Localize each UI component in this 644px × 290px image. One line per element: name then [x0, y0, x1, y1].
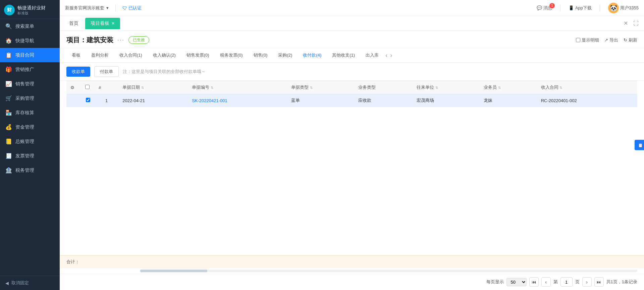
horizontal-scrollbar[interactable] [140, 270, 637, 272]
sidebar-item-inventory[interactable]: 🏪 库存核算 [0, 105, 60, 120]
sidebar-item-marketing[interactable]: 🎁 营销推广 [0, 62, 60, 77]
phone-icon: 📱 [569, 5, 574, 10]
select-all-checkbox[interactable] [85, 85, 90, 89]
sub-tab-income-confirm[interactable]: 收入确认(2) [148, 48, 181, 63]
table-row[interactable]: 1 2022-04-21 SK-20220421-001 蓝单 应收款 宏茂商场… [66, 94, 637, 107]
last-page-btn[interactable]: ⏭ [594, 277, 604, 287]
page-size-label: 每页显示 [486, 279, 504, 285]
sidebar-item-search[interactable]: 🔍 搜索菜单 [0, 19, 60, 33]
shoukuan-btn[interactable]: 收款单 [66, 67, 90, 77]
th-partner[interactable]: 往来单位 ⇅ [413, 81, 480, 94]
sidebar-item-finance[interactable]: 💰 资金管理 [0, 120, 60, 134]
sidebar-item-sales[interactable]: 📈 销售管理 [0, 77, 60, 91]
sidebar-item-invoice[interactable]: 🧾 发票管理 [0, 149, 60, 163]
app-logo-text: 畅捷通好业财 标准版 [17, 5, 46, 15]
sub-tab-sales[interactable]: 销售(0) [248, 48, 273, 63]
row-checkbox[interactable] [86, 98, 90, 102]
verified-badge: 🛡 已认证 [122, 5, 142, 11]
th-num: # [95, 81, 118, 94]
sub-tab-income-contract[interactable]: 收入合同(1) [114, 48, 148, 63]
sub-tabs-next-arrow[interactable]: › [389, 52, 393, 59]
inventory-icon: 🏪 [5, 110, 12, 116]
show-detail-checkbox[interactable]: 显示明细 [576, 37, 599, 43]
export-icon: ↗ [604, 38, 608, 43]
pagination-total: 共1页，1条记录 [606, 279, 637, 285]
cell-checkbox [81, 94, 95, 107]
app-download-btn[interactable]: 📱 App下载 [569, 5, 592, 11]
first-page-btn[interactable]: ⏮ [529, 277, 539, 287]
th-contract[interactable]: 收入合同 ⇅ [537, 81, 637, 94]
sub-tab-other[interactable]: 其他收支(1) [327, 48, 360, 63]
topbar: 新服务官网演示账套 ▾ 🛡 已认证 💬 消息 1 📱 App下载 🐼 用户335… [60, 0, 644, 16]
project-more-btn[interactable]: ··· [117, 37, 124, 44]
sidebar-item-quicknav[interactable]: 🏠 快捷导航 [0, 33, 60, 48]
total-label: 合计： [66, 259, 79, 265]
sidebar-unpin[interactable]: ◀ 取消固定 [0, 276, 60, 290]
user-label: 用户3355 [620, 5, 639, 11]
sub-tab-purchase[interactable]: 采购(2) [273, 48, 298, 63]
sidebar-item-purchase[interactable]: 🛒 采购管理 [0, 91, 60, 105]
refresh-btn[interactable]: ↻ 刷新 [624, 37, 637, 43]
sub-tab-tax-invoice[interactable]: 税务发票(0) [215, 48, 248, 63]
maximize-window-btn[interactable]: ⛶ [632, 19, 640, 28]
tax-icon: 🏦 [5, 167, 12, 173]
th-code[interactable]: 单据编号 ⇅ [188, 81, 287, 94]
close-window-btn[interactable]: ✕ [622, 19, 629, 28]
tab-home[interactable]: 首页 [64, 18, 84, 29]
sidebar-item-project[interactable]: 📋 项目合同 [0, 48, 60, 62]
cell-type: 蓝单 [287, 94, 354, 107]
code-link[interactable]: SK-20220421-001 [192, 98, 227, 103]
sub-tab-kanban[interactable]: 看板 [66, 48, 86, 63]
th-settings[interactable]: ⚙ [66, 81, 81, 94]
page-size-select[interactable]: 50 100 200 [506, 278, 527, 286]
sub-tab-profit[interactable]: 盈利分析 [86, 48, 114, 63]
tab-close-icon[interactable]: ✕ [111, 21, 115, 26]
sidebar-item-tax[interactable]: 🏦 税务管理 [0, 163, 60, 177]
sort-type-icon: ⇅ [310, 86, 313, 89]
export-btn[interactable]: ↗ 导出 [604, 37, 618, 43]
tab-project-board[interactable]: 项目看板 ✕ [85, 18, 120, 29]
sidebar-nav: 🔍 搜索菜单 🏠 快捷导航 📋 项目合同 🎁 营销推广 📈 销售管理 🛒 采购管… [0, 19, 60, 276]
th-checkbox [81, 81, 95, 94]
sub-tabs-prev-arrow[interactable]: ‹ [384, 52, 389, 59]
sort-date-icon: ⇅ [141, 86, 144, 89]
chevron-down-icon: ▾ [106, 5, 109, 10]
th-type[interactable]: 单据类型 ⇅ [287, 81, 354, 94]
cell-num: 1 [95, 94, 118, 107]
page-input[interactable] [560, 277, 573, 287]
message-icon: 💬 [537, 5, 542, 10]
cell-salesman: 龙妹 [480, 94, 537, 107]
topbar-divider2 [560, 5, 560, 11]
ledger-icon: 📒 [5, 138, 12, 145]
sub-tab-payment[interactable]: 收付款(4) [298, 48, 327, 63]
next-page-btn[interactable]: › [582, 277, 592, 287]
topbar-right: 💬 消息 1 📱 App下载 🐼 用户3355 [537, 3, 639, 13]
account-selector[interactable]: 新服务官网演示账套 ▾ [65, 5, 109, 11]
account-name: 新服务官网演示账套 [65, 5, 104, 11]
cell-code: SK-20220421-001 [188, 94, 287, 107]
th-date[interactable]: 单据日期 ⇅ [118, 81, 188, 94]
sidebar-item-ledger[interactable]: 📒 总账管理 [0, 134, 60, 149]
table-header: ⚙ # 单据日期 ⇅ 单据编号 ⇅ 单据类型 ⇅ [66, 81, 637, 94]
cell-partner: 宏茂商场 [413, 94, 480, 107]
sort-partner-icon: ⇅ [435, 86, 438, 89]
sub-tab-sales-invoice[interactable]: 销售发票(0) [181, 48, 215, 63]
cell-contract: RC-20220401-002 [537, 94, 637, 107]
scrollbar-thumb[interactable] [140, 270, 207, 272]
purchase-icon: 🛒 [5, 95, 12, 101]
float-right-btn[interactable]: 📋 [635, 140, 644, 150]
prev-page-btn[interactable]: ‹ [541, 277, 551, 287]
gift-icon: 🎁 [5, 66, 12, 73]
scrollbar-row [60, 268, 644, 274]
home-icon: 🏠 [5, 38, 12, 44]
user-menu[interactable]: 🐼 用户3355 [608, 3, 639, 13]
th-salesman[interactable]: 业务员 ⇅ [480, 81, 537, 94]
show-detail-input[interactable] [576, 38, 580, 42]
messages-btn[interactable]: 💬 消息 1 [537, 5, 552, 11]
sub-tab-inout[interactable]: 出入库 [360, 48, 384, 63]
fukuan-btn[interactable]: 付款单 [94, 66, 119, 77]
page-label: 页 [575, 279, 580, 285]
cell-biz-type: 应收款 [354, 94, 413, 107]
unpin-icon: ◀ [5, 281, 9, 286]
messages-badge: 1 [549, 3, 555, 8]
